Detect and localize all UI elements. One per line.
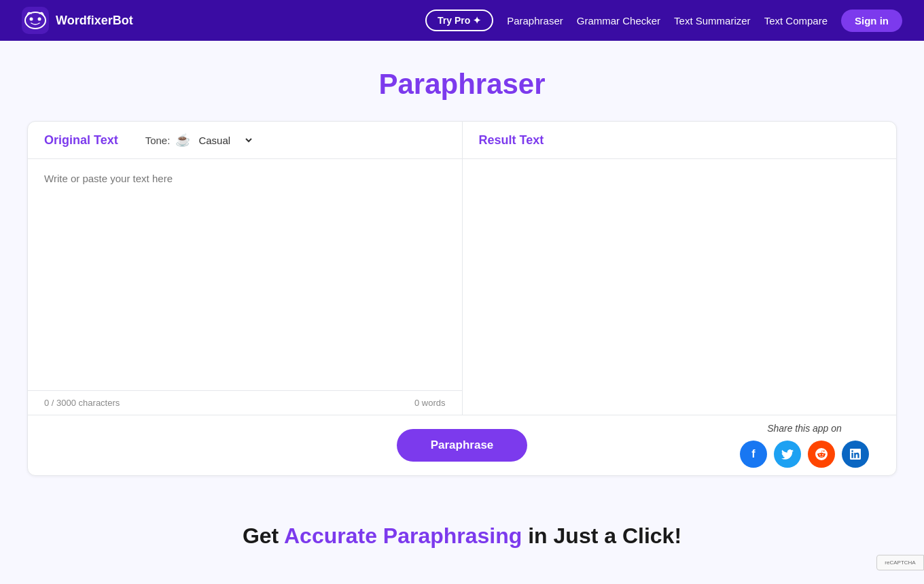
header-right: Result Text xyxy=(463,122,897,158)
nav-grammar-checker[interactable]: Grammar Checker xyxy=(577,15,660,27)
tone-label: Tone: xyxy=(145,135,171,146)
input-textarea[interactable] xyxy=(28,159,462,390)
main-content: Paraphraser Original Text Tone: ☕ Casual… xyxy=(14,41,910,489)
share-label: Share this app on xyxy=(767,423,842,434)
header-left: Original Text Tone: ☕ Casual Formal Crea… xyxy=(28,122,463,158)
linkedin-icon xyxy=(850,449,861,460)
recaptcha-badge: reCAPTCHA xyxy=(876,555,924,570)
card-body: 0 / 3000 characters 0 words xyxy=(28,159,896,415)
page-title: Paraphraser xyxy=(27,68,897,101)
linkedin-share-button[interactable] xyxy=(842,441,869,468)
svg-point-3 xyxy=(38,18,41,21)
tone-icon: ☕ xyxy=(175,133,190,148)
nav-right: Try Pro ✦ Paraphraser Grammar Checker Te… xyxy=(425,10,902,32)
navbar: WordfixerBot Try Pro ✦ Paraphraser Gramm… xyxy=(0,0,924,41)
logo-text: WordfixerBot xyxy=(56,14,133,28)
editor-left: 0 / 3000 characters 0 words xyxy=(28,159,463,415)
bottom-text-end: in Just a Click! xyxy=(522,523,681,548)
nav-text-compare[interactable]: Text Compare xyxy=(764,15,828,27)
original-text-label: Original Text xyxy=(44,133,118,148)
nav-text-summarizer[interactable]: Text Summarizer xyxy=(674,15,751,27)
bottom-text-highlight: Accurate Paraphrasing xyxy=(284,523,522,548)
result-text-label: Result Text xyxy=(479,133,544,148)
editor-footer: 0 / 3000 characters 0 words xyxy=(28,390,462,415)
paraphraser-card: Original Text Tone: ☕ Casual Formal Crea… xyxy=(27,121,897,476)
try-pro-button[interactable]: Try Pro ✦ xyxy=(425,10,493,31)
tone-section: Tone: ☕ Casual Formal Creative Simple Fl… xyxy=(145,133,255,148)
tone-select[interactable]: Casual Formal Creative Simple Fluency Ac… xyxy=(196,134,254,147)
facebook-share-button[interactable]: f xyxy=(740,441,767,468)
card-header: Original Text Tone: ☕ Casual Formal Crea… xyxy=(28,122,896,159)
nav-paraphraser[interactable]: Paraphraser xyxy=(507,15,563,27)
char-count: 0 / 3000 characters xyxy=(44,398,120,408)
logo-icon xyxy=(22,7,49,34)
bottom-section: Get Accurate Paraphrasing in Just a Clic… xyxy=(0,489,924,583)
reddit-icon xyxy=(815,448,828,460)
bottom-text-start: Get xyxy=(243,523,284,548)
word-count: 0 words xyxy=(414,398,446,408)
reddit-share-button[interactable] xyxy=(808,441,835,468)
svg-point-2 xyxy=(30,18,33,21)
twitter-share-button[interactable] xyxy=(774,441,801,468)
twitter-icon xyxy=(781,449,794,460)
recaptcha-text: reCAPTCHA xyxy=(885,560,915,566)
share-icons: f xyxy=(740,441,869,468)
logo[interactable]: WordfixerBot xyxy=(22,7,133,34)
editor-right xyxy=(463,159,897,415)
paraphrase-button[interactable]: Paraphrase xyxy=(397,429,528,462)
action-bar: Paraphrase Share this app on f xyxy=(28,415,896,475)
sign-in-button[interactable]: Sign in xyxy=(841,10,902,32)
share-section: Share this app on f xyxy=(740,423,869,468)
